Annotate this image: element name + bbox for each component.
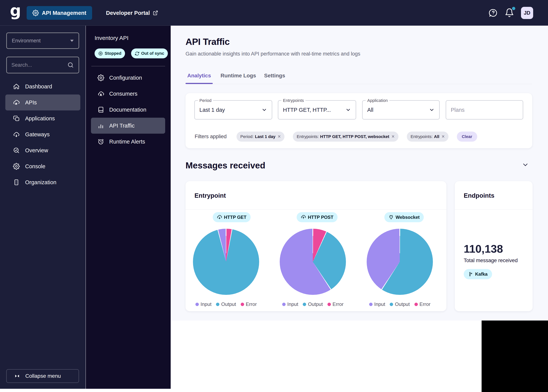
topbar: g API Management Developer Portal JD [0, 0, 548, 26]
api-management-label: API Management [42, 10, 87, 16]
messages-received-heading: Messages received [186, 160, 265, 170]
search-icon [67, 62, 74, 69]
caret-down-icon [70, 40, 74, 42]
collapse-section-icon[interactable] [522, 161, 529, 168]
external-link-icon [153, 10, 158, 16]
collapse-icon [14, 373, 20, 379]
api-menu-api-traffic[interactable]: API Traffic [91, 118, 165, 134]
legend-dot-input [369, 303, 373, 306]
entrypoints-select[interactable]: Entrypoints HTTP GET, HTTP... [278, 100, 356, 119]
endpoints-card-title: Endpoints [464, 192, 494, 199]
legend-dot-output [216, 303, 219, 306]
legend-http-get: Input Output Error [193, 301, 259, 307]
legend-dot-error [241, 303, 244, 306]
total-messages-label: Total message received [464, 258, 518, 264]
collapse-menu-button[interactable]: Collapse menu [6, 369, 79, 383]
legend-dot-error [327, 303, 331, 306]
remove-filter-icon[interactable]: × [278, 134, 281, 139]
entrypoint-card: Entrypoint HTTP GET HTTP POST Websocket … [186, 181, 446, 311]
clear-filters-button[interactable]: Clear [457, 132, 477, 142]
remove-filter-icon[interactable]: × [392, 134, 395, 139]
tab-settings[interactable]: Settings [264, 73, 285, 79]
sidebar-item-gateways[interactable]: Gateways [5, 126, 80, 142]
sidebar-item-organization[interactable]: Organization [5, 174, 80, 190]
total-messages-value: 110,138 [464, 242, 503, 255]
pie-chart-http-post [280, 229, 346, 295]
plans-input[interactable]: Plans [446, 100, 523, 119]
tab-active-indicator [186, 83, 213, 84]
tab-runtime-logs[interactable]: Runtime Logs [221, 73, 256, 79]
http-get-badge: HTTP GET [213, 212, 251, 222]
api-name: Inventory API [94, 35, 129, 41]
book-icon [97, 106, 104, 113]
filter-chip-period[interactable]: Period:Last 1 day× [237, 132, 284, 142]
divider [91, 66, 165, 66]
tabs-divider [186, 84, 532, 84]
api-menu-consumers[interactable]: Consumers [91, 86, 165, 102]
gravitee-logo[interactable]: g [10, 1, 21, 20]
bar-chart-icon [97, 122, 104, 129]
building-icon [13, 179, 20, 186]
api-menu-runtime-alerts[interactable]: Runtime Alerts [91, 134, 165, 150]
entrypoint-card-title: Entrypoint [195, 192, 226, 199]
search-input[interactable]: Search... [6, 57, 79, 73]
pie-chart-websocket [367, 229, 433, 295]
main-sidebar: Environment Search... Dashboard APIs App… [0, 26, 86, 389]
endpoints-card: Endpoints 110,138 Total message received… [455, 181, 533, 311]
avatar[interactable]: JD [521, 7, 533, 19]
developer-portal-link[interactable]: Developer Portal [106, 6, 158, 20]
help-icon [489, 8, 498, 17]
application-select[interactable]: Application All [362, 100, 440, 119]
sidebar-item-applications[interactable]: Applications [5, 111, 80, 126]
divider [186, 210, 446, 210]
chevron-down-icon [429, 107, 435, 113]
pie-chart-http-get [193, 229, 259, 295]
alarm-clock-icon [97, 138, 104, 145]
sidebar-item-overview[interactable]: Overview [5, 142, 80, 158]
api-management-button[interactable]: API Management [27, 6, 92, 20]
filters-card: Period Last 1 day Entrypoints HTTP GET, … [186, 93, 532, 148]
legend-dot-output [390, 303, 393, 306]
filter-chip-entrypoints[interactable]: Entrypoints:HTTP GET, HTTP POST, websock… [293, 132, 398, 142]
notification-badge [512, 7, 515, 10]
page-title: API Traffic [186, 36, 230, 47]
home-icon [13, 83, 20, 90]
legend-dot-input [282, 303, 286, 306]
environment-select[interactable]: Environment [6, 33, 79, 49]
kafka-icon [468, 272, 473, 277]
api-sidebar: Inventory API Stopped Out of sync Config… [86, 26, 171, 389]
websocket-badge: Websocket [384, 212, 424, 222]
legend-dot-output [303, 303, 306, 306]
help-button[interactable] [489, 8, 498, 17]
status-badge-stopped: Stopped [94, 49, 125, 58]
legend-dot-input [195, 303, 199, 306]
gear-icon [97, 74, 104, 81]
tab-analytics[interactable]: Analytics [186, 73, 213, 79]
developer-portal-label: Developer Portal [106, 10, 150, 16]
sidebar-item-dashboard[interactable]: Dashboard [5, 78, 80, 94]
kafka-badge: Kafka [464, 269, 492, 279]
api-menu-configuration[interactable]: Configuration [91, 70, 165, 86]
sidebar-item-console[interactable]: Console [5, 158, 80, 174]
api-menu-documentation[interactable]: Documentation [91, 102, 165, 118]
cloud-gear-icon [13, 99, 20, 106]
websocket-icon [389, 215, 394, 220]
cloud-download-icon [217, 215, 222, 220]
divider [455, 210, 533, 210]
environment-label: Environment [12, 38, 70, 44]
chevron-down-icon [345, 107, 351, 113]
filter-chip-entrypoints-all[interactable]: Entrypoints:All× [407, 132, 448, 142]
search-placeholder: Search... [11, 62, 67, 68]
video-overlay [482, 321, 548, 392]
cloud-upload-icon [301, 215, 306, 220]
cloud-node-icon [13, 131, 20, 138]
gear-icon [13, 163, 20, 170]
filters-applied-label: Filters applied [195, 134, 227, 140]
remove-filter-icon[interactable]: × [442, 134, 445, 139]
http-post-badge: HTTP POST [297, 212, 338, 222]
chevron-down-icon [261, 107, 267, 113]
period-select[interactable]: Period Last 1 day [194, 100, 272, 119]
copy-icon [13, 115, 20, 122]
sidebar-item-apis[interactable]: APIs [5, 94, 80, 111]
gear-icon [32, 10, 39, 16]
